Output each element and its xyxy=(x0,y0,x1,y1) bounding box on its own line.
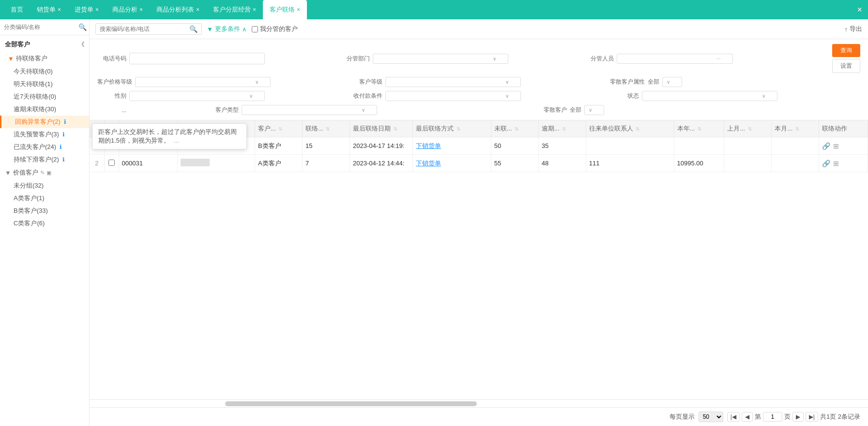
payment-select[interactable]: ∨ xyxy=(385,91,521,101)
action-buttons: 查询 设置 xyxy=(832,44,860,73)
filter-field-customer-level: 客户等级 ∨ xyxy=(353,77,604,87)
phone-input[interactable] xyxy=(129,53,265,64)
sidebar-item-class-b[interactable]: B类客户(33) xyxy=(0,205,89,217)
window-close-button[interactable]: × xyxy=(857,5,862,15)
customer-type-select[interactable]: ∨ xyxy=(242,105,377,115)
nav-item-product-list[interactable]: 商品分析列表 × xyxy=(150,0,206,19)
prev-page-button[interactable]: ◀ xyxy=(742,412,753,422)
arrow-icon: ▼ xyxy=(5,169,11,176)
filter-field-payment: 收付款条件 ∨ xyxy=(353,91,604,101)
sidebar-item-ungrouped[interactable]: 未分组(32) xyxy=(0,179,89,192)
close-icon[interactable]: × xyxy=(297,6,300,13)
sidebar: 🔍 全部客户 《 ▼ 待联络客户 今天待联络(0) 明天待联络(1) 近7天待联… xyxy=(0,19,90,426)
my-customers-checkbox[interactable] xyxy=(252,26,258,32)
sidebar-item-7days[interactable]: 近7天待联络(0) xyxy=(0,90,89,103)
sidebar-item-tomorrow[interactable]: 明天待联络(1) xyxy=(0,78,89,90)
contact-link-icon[interactable]: 🔗 xyxy=(822,142,830,150)
sort-icon[interactable]: ⇅ xyxy=(515,126,518,132)
info-icon[interactable]: ℹ xyxy=(62,131,65,138)
sort-icon[interactable]: ⇅ xyxy=(748,126,752,132)
info-icon[interactable]: ℹ xyxy=(64,118,66,125)
filter-field-price-level: 客户价格等级 ∨ xyxy=(97,77,348,87)
sidebar-group-value-customers[interactable]: ▼ 价值客户 ✎ ▣ xyxy=(0,166,89,179)
row-checkbox[interactable] xyxy=(108,160,115,166)
manager-select[interactable]: ··· xyxy=(617,54,733,64)
sort-icon[interactable]: ⇅ xyxy=(636,126,640,132)
close-icon[interactable]: × xyxy=(139,6,143,13)
department-select[interactable]: ∨ xyxy=(373,54,508,64)
sidebar-item-repurchase-abnormal[interactable]: 回购异常客户(2) ℹ xyxy=(0,116,89,128)
sidebar-item-today[interactable]: 今天待联络(0) xyxy=(0,65,89,78)
last-month-amount xyxy=(724,155,772,172)
price-level-select[interactable]: ∨ xyxy=(135,77,271,87)
nav-item-customer-tier[interactable]: 客户分层经营 × xyxy=(206,0,263,19)
contact-grid-icon[interactable]: ⊞ xyxy=(833,142,839,150)
sidebar-item-overdue[interactable]: 逾期未联络(30) xyxy=(0,103,89,116)
sort-icon[interactable]: ⇅ xyxy=(795,126,799,132)
filter-field-customer-type: 客户类型 ∨ xyxy=(210,105,532,115)
customer-code: 000031 xyxy=(119,155,177,172)
sidebar-group-pending[interactable]: ▼ 待联络客户 xyxy=(0,52,89,65)
nav-item-customer-contact[interactable]: 客户联络 × xyxy=(263,0,307,19)
filter-field-status: 状态 ∨ xyxy=(610,91,860,101)
contact-grid-icon[interactable]: ⊞ xyxy=(833,160,839,167)
last-contact-link[interactable]: 下销货单 xyxy=(416,160,441,167)
page-number-input[interactable] xyxy=(763,412,782,422)
filter-row-3: 性别 ∨ 收付款条件 ∨ 状态 xyxy=(97,91,860,101)
add-group-icon[interactable]: ▣ xyxy=(46,170,51,176)
sidebar-item-declining[interactable]: 持续下滑客户(2) ℹ xyxy=(0,153,89,166)
my-customers-checkbox-label[interactable]: 我分管的客户 xyxy=(252,25,298,33)
sort-icon[interactable]: ⇅ xyxy=(326,126,330,132)
edit-icon[interactable]: ✎ xyxy=(40,170,45,176)
nav-item-home[interactable]: 首页 xyxy=(4,0,30,19)
sidebar-item-churned[interactable]: 已流失客户(24) ℹ xyxy=(0,141,89,153)
sidebar-item-class-c[interactable]: C类客户(6) xyxy=(0,217,89,230)
nav-item-product-analysis[interactable]: 商品分析 × xyxy=(106,0,150,19)
sidebar-item-churn-warning[interactable]: 流失预警客户(3) ℹ xyxy=(0,128,89,141)
last-page-button[interactable]: ▶| xyxy=(806,412,818,422)
sort-icon[interactable]: ⇅ xyxy=(278,126,282,132)
sort-icon[interactable]: ⇅ xyxy=(698,126,701,132)
close-icon[interactable]: × xyxy=(253,6,256,13)
horizontal-scrollbar[interactable] xyxy=(90,399,868,407)
per-page-select[interactable]: 50 100 200 xyxy=(699,411,723,422)
close-icon[interactable]: × xyxy=(58,6,61,13)
filter-field-department: 分管部门 ∨ xyxy=(341,54,579,64)
search-icon[interactable]: 🔍 xyxy=(78,23,87,31)
nav-item-sales[interactable]: 销货单 × xyxy=(30,0,68,19)
chevron-down-icon: ··· xyxy=(716,56,720,61)
first-page-button[interactable]: |◀ xyxy=(727,412,740,422)
info-icon[interactable]: ℹ xyxy=(62,156,65,163)
settings-button[interactable]: 设置 xyxy=(832,59,860,73)
retail-customer-select[interactable]: ∨ xyxy=(584,105,604,115)
customer-level-select[interactable]: ∨ xyxy=(385,77,521,87)
tooltip-more-icon[interactable]: ... xyxy=(173,137,179,144)
sort-icon[interactable]: ⇅ xyxy=(457,126,460,132)
query-button[interactable]: 查询 xyxy=(832,44,860,57)
all-customers-title[interactable]: 全部客户 《 xyxy=(0,37,89,52)
close-icon[interactable]: × xyxy=(196,6,199,13)
next-page-button[interactable]: ▶ xyxy=(792,412,804,422)
last-contact-link[interactable]: 下销货单 xyxy=(416,142,441,149)
export-button[interactable]: ↑ 导出 xyxy=(845,25,863,33)
contact-link-icon[interactable]: 🔗 xyxy=(822,160,830,167)
sidebar-item-class-a[interactable]: A类客户(1) xyxy=(0,192,89,205)
sidebar-search-input[interactable] xyxy=(4,24,76,30)
filter-field-extra: ... xyxy=(97,107,155,114)
retail-attr-label: 零散客户属性 xyxy=(610,78,645,86)
info-icon[interactable]: ℹ xyxy=(60,144,62,150)
search-icon[interactable]: 🔍 xyxy=(189,25,198,33)
name-placeholder xyxy=(181,159,210,166)
sort-icon[interactable]: ⇅ xyxy=(394,126,397,132)
status-select[interactable]: ∨ xyxy=(642,91,777,101)
close-icon[interactable]: × xyxy=(95,6,99,13)
retail-attr-select[interactable]: ∨ xyxy=(662,77,682,87)
nav-item-purchase[interactable]: 进货单 × xyxy=(68,0,106,19)
more-conditions-button[interactable]: ▼ 更多条件 ∧ xyxy=(207,25,247,33)
gender-select[interactable]: ∨ xyxy=(129,91,265,101)
chevron-down-icon: ∨ xyxy=(493,56,496,61)
scroll-thumb[interactable] xyxy=(225,401,477,406)
search-input[interactable] xyxy=(100,26,189,32)
sort-icon[interactable]: ⇅ xyxy=(562,126,566,132)
gender-label: 性别 xyxy=(97,92,126,100)
